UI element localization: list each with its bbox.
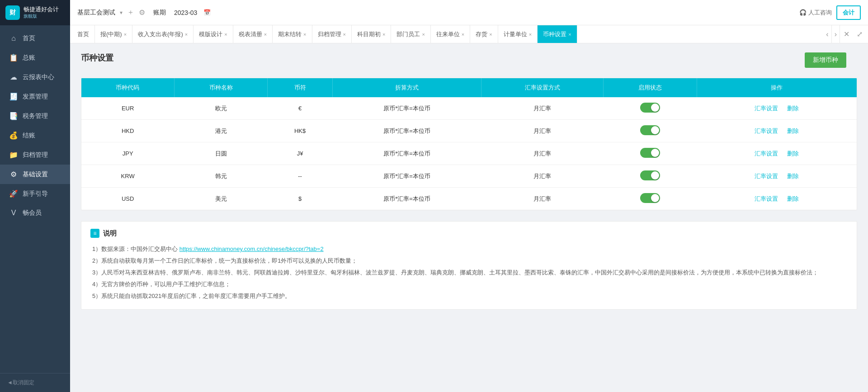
tab-close-period[interactable]: × bbox=[124, 32, 127, 37]
sidebar-item-tax[interactable]: 📑税务管理 bbox=[0, 106, 70, 126]
notes-title-text: 说明 bbox=[103, 229, 117, 238]
rate-settings-link-0[interactable]: 汇率设置 bbox=[755, 105, 778, 112]
tab-dept[interactable]: 部门员工 × bbox=[391, 25, 430, 43]
th-启用状态: 启用状态 bbox=[604, 78, 697, 97]
tab-period-end[interactable]: 期末结转 × bbox=[273, 25, 312, 43]
sidebar-item-checkout[interactable]: 💰结账 bbox=[0, 126, 70, 145]
nav-label-guide: 新手引导 bbox=[23, 190, 48, 198]
note-item-0: 1）数据来源：中国外汇交易中心 https://www.chinamoney.c… bbox=[90, 243, 848, 255]
delete-link-2[interactable]: 删除 bbox=[787, 150, 799, 157]
sidebar-item-home[interactable]: ⌂首页 bbox=[0, 29, 70, 48]
tab-partner[interactable]: 往来单位 × bbox=[431, 25, 470, 43]
tab-close-subject[interactable]: × bbox=[382, 32, 385, 37]
table-row: JPY日圆J¥原币*汇率=本位币月汇率 汇率设置 删除 bbox=[81, 142, 857, 165]
company-name: 基层工会测试 bbox=[77, 9, 115, 17]
service-button[interactable]: 🎧 人工咨询 bbox=[799, 9, 832, 17]
toggle-4[interactable] bbox=[640, 193, 660, 203]
tab-home[interactable]: 首页 bbox=[72, 25, 95, 43]
expand-button[interactable]: ⤢ bbox=[853, 25, 866, 43]
cell-1-1: 港元 bbox=[174, 120, 268, 142]
tab-close-currency[interactable]: × bbox=[568, 32, 571, 37]
rate-settings-link-2[interactable]: 汇率设置 bbox=[755, 150, 778, 157]
nav-label-ledger: 总账 bbox=[23, 54, 35, 62]
rate-settings-link-3[interactable]: 汇率设置 bbox=[755, 173, 778, 179]
tab-close-period-end[interactable]: × bbox=[303, 32, 306, 37]
toggle-cell-0 bbox=[604, 97, 697, 120]
tab-close-annual[interactable]: × bbox=[185, 32, 188, 37]
cell-1-2: HK$ bbox=[268, 120, 332, 142]
tab-subject[interactable]: 科目期初 × bbox=[352, 25, 391, 43]
sidebar-item-reports[interactable]: ☁云报表中心 bbox=[0, 67, 70, 87]
th-币符: 币符 bbox=[268, 78, 332, 97]
th-操作: 操作 bbox=[697, 78, 857, 97]
close-all-tabs-button[interactable]: ✕ bbox=[840, 25, 853, 43]
delete-link-3[interactable]: 删除 bbox=[787, 173, 799, 179]
table-row: USD美元$原币*汇率=本位币月汇率 汇率设置 删除 bbox=[81, 188, 857, 210]
calendar-icon[interactable]: 📅 bbox=[203, 9, 211, 16]
cell-4-0: USD bbox=[81, 188, 174, 210]
settings-icon[interactable]: ⚙ bbox=[139, 8, 145, 17]
actions-cell-3: 汇率设置 删除 bbox=[697, 165, 857, 188]
tab-period[interactable]: 报(中期) × bbox=[95, 25, 132, 43]
toggle-track-0 bbox=[640, 103, 660, 113]
rate-settings-link-4[interactable]: 汇率设置 bbox=[755, 195, 778, 202]
delete-link-1[interactable]: 删除 bbox=[787, 128, 799, 134]
toggle-0[interactable] bbox=[640, 103, 660, 113]
sidebar-item-guide[interactable]: 🚀新手引导 bbox=[0, 184, 70, 203]
add-tab-icon[interactable]: ＋ bbox=[127, 8, 134, 17]
tab-close-dept[interactable]: × bbox=[422, 32, 425, 37]
main-area: 基层工会测试 ▾ ＋ ⚙ 账期 2023-03 📅 🎧 人工咨询 会计 首页报(… bbox=[70, 0, 868, 392]
tab-archive[interactable]: 归档管理 × bbox=[312, 25, 352, 43]
notes-link[interactable]: https://www.chinamoney.com.cn/chinese/bk… bbox=[179, 246, 324, 252]
sidebar-item-ledger[interactable]: 📋总账 bbox=[0, 48, 70, 67]
rate-settings-link-1[interactable]: 汇率设置 bbox=[755, 128, 778, 134]
nav-icon-member: V bbox=[9, 209, 18, 217]
nav-icon-home: ⌂ bbox=[9, 34, 18, 43]
user-role-button[interactable]: 会计 bbox=[836, 5, 861, 20]
cell-4-4: 月汇率 bbox=[481, 188, 604, 210]
tab-close-partner[interactable]: × bbox=[462, 32, 464, 37]
delete-link-0[interactable]: 删除 bbox=[787, 105, 799, 112]
dropdown-arrow-icon[interactable]: ▾ bbox=[120, 9, 123, 16]
tab-template[interactable]: 模版设计 × bbox=[193, 25, 233, 43]
toggle-2[interactable] bbox=[640, 148, 660, 158]
nav-label-archive: 归档管理 bbox=[23, 151, 48, 159]
cell-0-4: 月汇率 bbox=[481, 97, 604, 120]
tab-tax[interactable]: 税表清册 × bbox=[233, 25, 273, 43]
sidebar-item-archive[interactable]: 📁归档管理 bbox=[0, 145, 70, 165]
sidebar-item-settings[interactable]: ⚙基础设置 bbox=[0, 165, 70, 184]
page-title: 币种设置 bbox=[81, 52, 113, 63]
nav-label-member: 畅会员 bbox=[23, 209, 42, 217]
tab-close-unit[interactable]: × bbox=[529, 32, 532, 37]
cell-2-1: 日圆 bbox=[174, 142, 268, 165]
tab-close-inventory[interactable]: × bbox=[489, 32, 492, 37]
tab-label-home: 首页 bbox=[77, 30, 89, 38]
tab-annual[interactable]: 收入支出表(年报) × bbox=[132, 25, 193, 43]
tabbar: 首页报(中期) ×收入支出表(年报) ×模版设计 ×税表清册 ×期末结转 ×归档… bbox=[70, 25, 868, 43]
headset-icon: 🎧 bbox=[799, 9, 807, 16]
tab-unit[interactable]: 计量单位 × bbox=[498, 25, 538, 43]
currency-table: 币种代码币种名称币符折算方式汇率设置方式启用状态操作 EUR欧元€原币*汇率=本… bbox=[81, 78, 857, 210]
tab-currency[interactable]: 币种设置 × bbox=[538, 25, 577, 43]
tab-prev-button[interactable]: ‹ bbox=[823, 25, 831, 43]
tab-close-template[interactable]: × bbox=[224, 32, 227, 37]
table-header: 币种代码币种名称币符折算方式汇率设置方式启用状态操作 bbox=[81, 78, 857, 97]
toggle-track-4 bbox=[640, 193, 660, 203]
logo-icon: 财 bbox=[5, 5, 20, 20]
tab-label-template: 模版设计 bbox=[199, 30, 222, 38]
sidebar-footer[interactable]: ◄取消固定 bbox=[0, 373, 70, 392]
tab-next-button[interactable]: › bbox=[832, 25, 840, 43]
sidebar-item-invoice[interactable]: 🧾发票管理 bbox=[0, 87, 70, 106]
toggle-3[interactable] bbox=[640, 170, 660, 180]
nav-label-invoice: 发票管理 bbox=[23, 93, 48, 101]
toggle-1[interactable] bbox=[640, 125, 660, 135]
tab-inventory[interactable]: 存货 × bbox=[470, 25, 498, 43]
delete-link-4[interactable]: 删除 bbox=[787, 195, 799, 202]
cell-0-2: € bbox=[268, 97, 332, 120]
nav-icon-guide: 🚀 bbox=[9, 189, 18, 198]
tab-close-archive[interactable]: × bbox=[343, 32, 346, 37]
tab-close-tax[interactable]: × bbox=[264, 32, 267, 37]
sidebar-item-member[interactable]: V畅会员 bbox=[0, 203, 70, 222]
table-row: HKD港元HK$原币*汇率=本位币月汇率 汇率设置 删除 bbox=[81, 120, 857, 142]
add-currency-button[interactable]: 新增币种 bbox=[805, 52, 846, 68]
